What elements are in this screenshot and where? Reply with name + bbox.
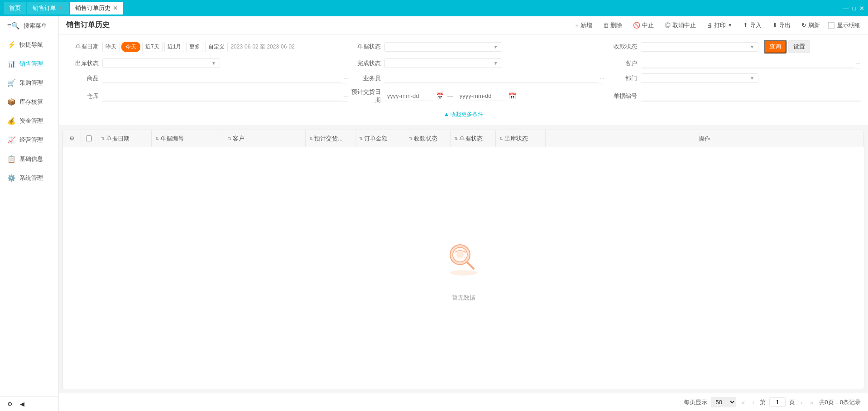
warehouse-input[interactable] <box>102 91 341 101</box>
print-button[interactable]: 🖨 打印 ▼ <box>704 19 735 31</box>
dept-select[interactable]: ▼ <box>641 73 758 83</box>
prev-page-button[interactable]: ‹ <box>750 398 756 407</box>
filter-customer-col: 客户 ··· <box>604 58 861 68</box>
display-col-button[interactable]: 显示明细 <box>828 21 861 29</box>
th-doc-status: ⇅ 单据状态 <box>451 130 496 147</box>
filter-warehouse-col: 仓库 ··· <box>66 91 348 102</box>
tab-sales-order-history-close[interactable]: ✕ <box>113 5 118 11</box>
sidebar-item-search-menu[interactable]: ≡🔍 搜索菜单 <box>0 16 58 35</box>
customer-dots[interactable]: ··· <box>856 60 861 67</box>
sort-icon-customer[interactable]: ⇅ <box>228 136 231 141</box>
sidebar-item-purchase-mgmt[interactable]: 🛒 采购管理 <box>0 73 58 92</box>
sidebar-collapse-icon[interactable]: ◀ <box>20 401 24 407</box>
warehouse-dots[interactable]: ··· <box>343 92 348 99</box>
date-yesterday-btn[interactable]: 昨天 <box>102 42 120 52</box>
customer-input[interactable] <box>641 58 854 68</box>
goods-input[interactable] <box>102 73 341 83</box>
query-button[interactable]: 查询 <box>764 40 786 53</box>
window-close[interactable]: ✕ <box>859 5 864 12</box>
table-settings-icon[interactable]: ⚙ <box>69 135 75 142</box>
complete-status-select[interactable]: ▼ <box>384 58 502 68</box>
delete-button[interactable]: 🗑 删除 <box>600 19 625 31</box>
sidebar-item-quick-nav[interactable]: ⚡ 快捷导航 <box>0 35 58 54</box>
doc-status-arrow-icon: ▼ <box>494 44 498 49</box>
th-checkbox[interactable] <box>81 130 97 147</box>
select-all-checkbox[interactable] <box>86 135 92 141</box>
salesperson-input[interactable] <box>384 73 598 83</box>
tab-sales-order[interactable]: 销售订单 ✕ <box>27 2 69 15</box>
total-records: 共0页，0条记录 <box>819 398 861 406</box>
th-settings[interactable]: ⚙ <box>63 130 81 147</box>
th-out-status-label: 出库状态 <box>504 135 528 143</box>
date-today-btn[interactable]: 今天 <box>121 42 140 52</box>
svg-point-4 <box>456 251 464 258</box>
sidebar-item-ops-mgmt[interactable]: 📈 经营管理 <box>0 131 58 150</box>
tab-sales-order-history[interactable]: 销售订单历史 ✕ <box>70 2 123 15</box>
date-custom-btn[interactable]: 自定义 <box>205 42 228 52</box>
page-number-input[interactable] <box>769 397 786 407</box>
filter-row-1: 单据日期 昨天 今天 近7天 近1月 更多 自定义 2023-06-02 至 2… <box>66 40 861 53</box>
th-doc-status-label: 单据状态 <box>459 135 483 143</box>
date-label: 单据日期 <box>66 43 102 51</box>
sort-icon-outstatus[interactable]: ⇅ <box>499 136 503 141</box>
collapse-row[interactable]: ▲ 收起更多条件 <box>66 109 861 120</box>
import-label: ⬆ 导入 <box>743 21 762 29</box>
date-7days-btn[interactable]: 近7天 <box>142 42 163 52</box>
sidebar-settings-icon[interactable]: ⚙ <box>7 401 13 407</box>
delivery-start-calendar-icon[interactable]: 📅 <box>436 92 444 100</box>
settings-button[interactable]: 设置 <box>788 40 810 53</box>
sort-icon-docno[interactable]: ⇅ <box>155 136 159 141</box>
payment-status-select[interactable]: ▼ <box>641 42 758 52</box>
delivery-end-input[interactable] <box>457 91 507 101</box>
goods-dots[interactable]: ··· <box>343 75 348 82</box>
delivery-start-input[interactable] <box>384 91 434 101</box>
new-button[interactable]: + 新增 <box>573 19 595 31</box>
quick-nav-icon: ⚡ <box>7 41 16 49</box>
first-page-button[interactable]: « <box>740 398 747 407</box>
goods-label: 商品 <box>66 74 102 82</box>
last-page-button[interactable]: » <box>808 398 815 407</box>
th-doc-no-label: 单据编号 <box>160 135 184 143</box>
doc-no-input[interactable] <box>641 91 861 101</box>
refresh-button[interactable]: ↻ 刷新 <box>799 19 823 31</box>
sort-icon-payment[interactable]: ⇅ <box>409 136 412 141</box>
complete-status-label: 完成状态 <box>348 59 384 68</box>
window-minimize[interactable]: — <box>843 5 849 12</box>
date-1month-btn[interactable]: 近1月 <box>164 42 185 52</box>
doc-status-select[interactable]: ▼ <box>384 42 502 52</box>
th-doc-no: ⇅ 单据编号 <box>152 130 224 147</box>
display-col-checkbox[interactable] <box>828 22 834 29</box>
export-button[interactable]: ⬇ 导出 <box>770 19 794 31</box>
sort-icon-delivery[interactable]: ⇅ <box>309 136 313 141</box>
date-more-btn[interactable]: 更多 <box>186 42 203 52</box>
next-page-button[interactable]: › <box>799 398 805 407</box>
sidebar-item-capital-mgmt[interactable]: 💰 资金管理 <box>0 111 58 131</box>
page-size-select[interactable]: 50 10 20 100 <box>711 397 736 407</box>
sort-icon-amount[interactable]: ⇅ <box>359 136 363 141</box>
table-header: ⚙ ⇅ 单据日期 ⇅ 单据编号 ⇅ 客户 ⇅ <box>63 130 864 147</box>
window-maximize[interactable]: □ <box>852 5 856 12</box>
sidebar-item-sys-mgmt-label: 系统管理 <box>19 174 43 182</box>
cancel-stop-button[interactable]: ◎ 取消中止 <box>662 19 699 31</box>
svg-line-3 <box>467 262 474 269</box>
sidebar-item-basic-info[interactable]: 📋 基础信息 <box>0 150 58 169</box>
tab-home-label: 首页 <box>9 4 21 12</box>
filter-out-status-col: 出库状态 ▼ <box>66 58 348 68</box>
sort-icon-docstatus[interactable]: ⇅ <box>454 136 458 141</box>
sidebar-item-inventory-calc[interactable]: 📦 库存核算 <box>0 92 58 111</box>
sidebar-item-sys-mgmt[interactable]: ⚙️ 系统管理 <box>0 169 58 188</box>
stop-button[interactable]: 🚫 中止 <box>630 19 657 31</box>
delivery-date-label: 预计交货日期 <box>348 88 384 104</box>
salesperson-dots[interactable]: ··· <box>599 75 604 82</box>
sort-icon[interactable]: ⇅ <box>101 136 105 141</box>
filter-dept-col: 部门 ▼ <box>604 73 861 83</box>
out-status-select[interactable]: ▼ <box>102 58 220 68</box>
import-button[interactable]: ⬆ 导入 <box>740 19 764 31</box>
tab-sales-order-close[interactable]: ✕ <box>59 5 63 11</box>
sidebar-item-sales-mgmt[interactable]: 📊 销售管理 <box>0 54 58 73</box>
delivery-end-calendar-icon[interactable]: 📅 <box>508 92 516 100</box>
tab-home[interactable]: 首页 <box>4 2 26 15</box>
sidebar-item-quick-nav-label: 快捷导航 <box>19 41 43 49</box>
export-label: ⬇ 导出 <box>772 21 791 29</box>
sidebar-item-capital-mgmt-label: 资金管理 <box>19 117 43 125</box>
